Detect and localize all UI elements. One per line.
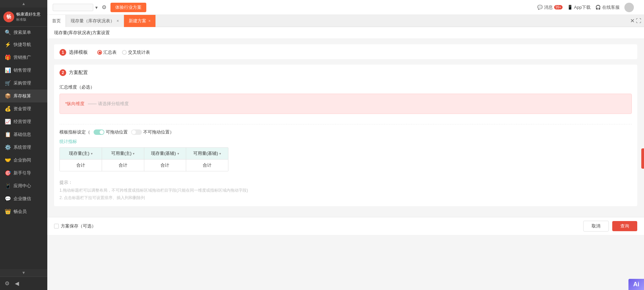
- trial-plan-button[interactable]: 体验行业方案: [110, 3, 146, 12]
- radio-summary-table[interactable]: 汇总表: [97, 49, 117, 55]
- dimension-label: 汇总维度（必选）: [59, 84, 632, 90]
- radio-cross-table[interactable]: 交叉统计表: [122, 49, 150, 55]
- sidebar-item-purchase-mgmt[interactable]: 🛒 采购管理: [0, 77, 47, 90]
- tabbar: 首页 现存量（库存状况表） × 新建方案 × ✕ ⛶: [47, 15, 644, 27]
- topbar-gear-icon[interactable]: ⚙: [102, 4, 106, 10]
- topbar-app-download-btn[interactable]: 📱 App下载: [567, 4, 591, 10]
- sidebar-item-enterprise-wechat[interactable]: 💬 企业微信: [0, 192, 47, 205]
- tabbar-right: ✕ ⛶: [630, 18, 644, 24]
- topbar-search-input[interactable]: [53, 4, 93, 11]
- sidebar-item-basic-info[interactable]: 📋 基础信息: [0, 128, 47, 141]
- topbar-dropdown-button[interactable]: ▾: [95, 5, 98, 10]
- sidebar-item-finance-mgmt[interactable]: 💰 资金管理: [0, 102, 47, 115]
- collapse-footer-btn[interactable]: ◀: [15, 280, 19, 287]
- sidebar-item-app-center[interactable]: 📱 应用中心: [0, 179, 47, 192]
- template-radio-group: 汇总表 交叉统计表: [97, 49, 150, 55]
- settings-footer-btn[interactable]: ⚙: [5, 280, 9, 287]
- basic-icon: 📋: [5, 131, 11, 138]
- query-button[interactable]: 查询: [612, 221, 637, 231]
- toggle-fixed-box[interactable]: [131, 129, 142, 135]
- message-icon: 💬: [537, 5, 543, 10]
- content-area: 现存量(库存状况表)方案设置 1 选择模板 汇总表 交叉统计表: [47, 27, 644, 290]
- app-version: 标准版: [16, 17, 41, 22]
- col-label-3: 可用量(基辅): [193, 150, 218, 156]
- toggle-movable-box[interactable]: [94, 129, 104, 135]
- radio-circle-summary: [97, 50, 102, 55]
- page-header: 现存量(库存状况表)方案设置: [47, 27, 644, 39]
- sidebar-scroll-up[interactable]: ▲: [0, 0, 47, 7]
- topbar-message-btn[interactable]: 💬 消息 99+: [537, 4, 563, 10]
- col-cell-0: 合计: [60, 159, 102, 171]
- right-panel-handle[interactable]: [641, 148, 644, 169]
- section1-num: 1: [59, 49, 66, 56]
- app-download-label: App下载: [574, 4, 591, 10]
- col-header-2[interactable]: 现存量(基辅) ▾: [144, 148, 187, 159]
- sidebar-item-quick-nav[interactable]: ⚡ 快捷导航: [0, 38, 47, 51]
- sidebar-footer: ⚙ ◀: [0, 276, 47, 290]
- col-label-1: 可用量(主): [111, 150, 132, 156]
- sidebar-nav: 🔍 搜索菜单 ⚡ 快捷导航 🎁 营销推广 📊 销售管理 🛒 采购管理 📦 库存核…: [0, 27, 47, 269]
- sidebar-item-search-menu[interactable]: 🔍 搜索菜单: [0, 27, 47, 38]
- col-header-3[interactable]: 可用量(基辅) ▾: [186, 148, 228, 159]
- sidebar-item-label: 销售管理: [14, 67, 31, 73]
- sidebar-item-label: 搜索菜单: [14, 29, 31, 35]
- sidebar-item-member[interactable]: 👑 畅会员: [0, 205, 47, 218]
- sidebar-item-label: 资金管理: [14, 106, 31, 112]
- indicator-config: 模板指标设定（ 可拖动位置 不可拖动位置） 统计指标: [54, 124, 637, 179]
- sidebar-item-sales-mgmt[interactable]: 📊 销售管理: [0, 64, 47, 77]
- page-body: 1 选择模板 汇总表 交叉统计表: [47, 39, 644, 217]
- save-label: 方案保存（可选）: [61, 223, 96, 229]
- sidebar-item-label: 经营管理: [14, 119, 31, 125]
- tab-new-plan[interactable]: 新建方案 ×: [124, 15, 156, 27]
- sidebar-item-label: 基础信息: [14, 131, 31, 138]
- ops-icon: 📈: [5, 119, 11, 125]
- stock-icon: 📦: [5, 93, 11, 99]
- ai-badge[interactable]: Ai: [628, 279, 644, 290]
- sidebar-item-label: 应用中心: [14, 183, 31, 189]
- user-avatar[interactable]: [624, 3, 634, 12]
- col-header-1[interactable]: 可用量(主) ▾: [102, 148, 144, 159]
- sidebar-item-newbie[interactable]: 🎯 新手引导: [0, 167, 47, 179]
- sidebar-item-system-mgmt[interactable]: ⚙️ 系统管理: [0, 141, 47, 154]
- stats-table-body: 合计 合计 合计 合计: [60, 159, 228, 171]
- indicator-toggle-row: 模板指标设定（ 可拖动位置 不可拖动位置）: [59, 129, 632, 135]
- sidebar-item-stock-check[interactable]: 📦 库存核算: [0, 90, 47, 102]
- app-center-icon: 📱: [5, 183, 11, 189]
- col-chevron-0: ▾: [91, 152, 93, 155]
- new-plan-tab-close-icon[interactable]: ×: [148, 19, 151, 23]
- sidebar-scroll-down[interactable]: ▼: [0, 269, 47, 276]
- topbar-input-area: ▾: [53, 4, 98, 11]
- save-option[interactable]: 方案保存（可选）: [54, 223, 96, 229]
- sidebar-item-label: 营销推广: [14, 54, 31, 61]
- topbar-service-btn[interactable]: 🎧 在线客服: [595, 4, 620, 10]
- tab-inventory-status[interactable]: 现存量（库存状况表） ×: [66, 15, 124, 27]
- system-icon: ⚙️: [5, 144, 11, 150]
- sidebar: ▲ 畅 畅康通好生意 标准版 🔍 搜索菜单 ⚡ 快捷导航 🎁 营销推广 📊 销售…: [0, 0, 47, 290]
- col-chevron-2: ▾: [177, 152, 179, 155]
- toggle-movable-label: 可拖动位置: [106, 129, 128, 135]
- logo-icon: 畅: [3, 11, 14, 22]
- toggle-fixed[interactable]: 不可拖动位置）: [131, 129, 174, 135]
- dimension-box[interactable]: *纵向维度 —— 请选择分组维度: [59, 94, 632, 114]
- tabbar-expand-button[interactable]: ⛶: [636, 18, 641, 24]
- toggle-movable[interactable]: 可拖动位置: [94, 129, 128, 135]
- finance-icon: 💰: [5, 106, 11, 112]
- col-chevron-1: ▾: [133, 152, 134, 155]
- sidebar-item-enterprise[interactable]: 🤝 企业协同: [0, 154, 47, 167]
- inventory-tab-close-icon[interactable]: ×: [117, 19, 119, 23]
- tabbar-close-button[interactable]: ✕: [630, 18, 635, 24]
- sidebar-item-ops-mgmt[interactable]: 📈 经营管理: [0, 115, 47, 128]
- indicator-label-prefix: 模板指标设定（: [59, 129, 90, 135]
- col-header-0[interactable]: 现存量(主) ▾: [60, 148, 102, 159]
- cancel-button[interactable]: 取消: [583, 221, 609, 232]
- col-cell-3: 合计: [186, 159, 228, 171]
- tab-home[interactable]: 首页: [47, 15, 66, 27]
- indicator-section: 统计指标 现存量(主) ▾ 可用量(主) ▾: [59, 139, 632, 171]
- message-badge: 99+: [554, 5, 563, 9]
- page-header-title: 现存量(库存状况表)方案设置: [54, 30, 110, 35]
- new-plan-tab-label: 新建方案: [129, 18, 146, 24]
- radio-circle-cross: [122, 50, 127, 55]
- sidebar-item-marketing[interactable]: 🎁 营销推广: [0, 51, 47, 64]
- save-checkbox[interactable]: [54, 224, 59, 228]
- newbie-icon: 🎯: [5, 170, 11, 176]
